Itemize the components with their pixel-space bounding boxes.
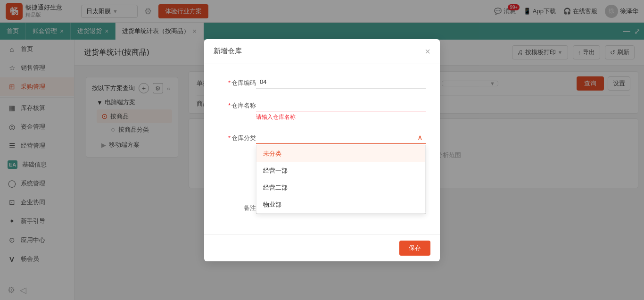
add-warehouse-modal: 新增仓库 × *仓库编码 *仓库名称 请输入仓库名称 [204,39,440,261]
dropdown-item-dept2[interactable]: 经营二部 [256,179,425,196]
modal-header: 新增仓库 × [204,39,440,64]
modal-footer: 保存 [204,234,440,261]
category-label: *仓库分类 [218,131,256,142]
name-row: *仓库名称 请输入仓库名称 [218,98,426,121]
code-input[interactable] [256,75,426,89]
name-field: 请输入仓库名称 [256,98,426,121]
dropdown-item-uncategorized[interactable]: 未分类 [256,145,425,162]
note-label: 备注 [218,200,256,212]
name-input[interactable] [256,98,426,111]
code-row: *仓库编码 [218,75,426,89]
code-field [256,75,426,89]
name-label: *仓库名称 [218,98,256,110]
code-label: *仓库编码 [218,75,256,87]
category-row: *仓库分类 ∧ 未分类 经营一部 经营二部 物业部 [218,131,426,144]
category-dropdown: 未分类 经营一部 经营二部 物业部 [256,145,426,214]
save-button[interactable]: 保存 [399,241,430,256]
modal-title: 新增仓库 [214,47,242,56]
category-input[interactable] [256,131,426,144]
modal-overlay: 新增仓库 × *仓库编码 *仓库名称 请输入仓库名称 [0,0,644,300]
dropdown-item-dept1[interactable]: 经营一部 [256,162,425,179]
dropdown-item-property[interactable]: 物业部 [256,196,425,213]
modal-close-button[interactable]: × [425,47,430,56]
category-select-wrap: ∧ [256,131,426,144]
modal-body: *仓库编码 *仓库名称 请输入仓库名称 *仓库分类 [204,64,440,234]
name-error-msg: 请输入仓库名称 [256,113,426,121]
category-field: ∧ 未分类 经营一部 经营二部 物业部 [256,131,426,144]
category-arrow-icon[interactable]: ∧ [417,133,423,142]
